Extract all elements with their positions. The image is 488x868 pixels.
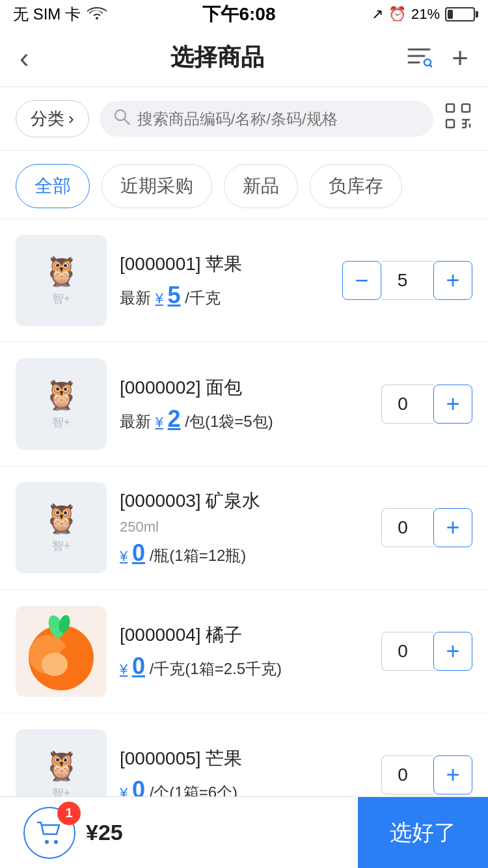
product-title: 橘子 — [206, 625, 242, 645]
increase-button[interactable]: + — [433, 508, 472, 547]
increase-button[interactable]: + — [433, 632, 472, 671]
add-button[interactable]: + — [452, 44, 468, 72]
page-title: 选择商品 — [170, 42, 264, 74]
product-info: [0000003] 矿泉水 250ml ¥ 0 /瓶(1箱=12瓶) — [120, 489, 368, 567]
price-currency-icon: ¥ — [120, 548, 128, 564]
cart-icon — [36, 821, 62, 845]
product-title: 面包 — [206, 377, 242, 398]
product-code: [0000002] — [120, 377, 201, 398]
list-item: 🦉 智+ [0000001] 苹果 最新 ¥ 5 /千克 − + — [0, 219, 488, 342]
price-currency-icon: ¥ — [156, 290, 163, 306]
owl-logo-icon: 🦉 — [44, 254, 79, 288]
price-currency-icon: ¥ — [120, 661, 128, 677]
tab-new[interactable]: 新品 — [224, 164, 298, 208]
product-name: [0000002] 面包 — [120, 375, 368, 400]
svg-rect-9 — [446, 120, 454, 128]
search-icon — [113, 107, 131, 130]
bottom-bar: 1 ¥25 选好了 — [0, 796, 488, 868]
svg-rect-7 — [446, 104, 454, 112]
back-button[interactable]: ‹ — [20, 42, 29, 74]
list-item: [0000004] 橘子 ¥ 0 /千克(1箱=2.5千克) + — [0, 590, 488, 712]
tab-all[interactable]: 全部 — [16, 164, 90, 208]
list-item: 🦉 智+ [0000002] 面包 最新 ¥ 2 /包(1袋=5包) + — [0, 343, 488, 465]
list-item: 🦉 智+ [0000003] 矿泉水 250ml ¥ 0 /瓶(1箱=12瓶) … — [0, 467, 488, 589]
product-price: ¥ 0 /千克(1箱=2.5千克) — [120, 653, 368, 680]
price-label: 最新 — [120, 289, 151, 306]
owl-label: 智+ — [52, 538, 71, 554]
product-name: [0000001] 苹果 — [120, 252, 329, 277]
filter-icon-button[interactable] — [406, 44, 432, 72]
quantity-control: + — [381, 755, 472, 794]
quantity-input[interactable] — [381, 632, 433, 671]
product-price: ¥ 0 /瓶(1箱=12瓶) — [120, 539, 368, 567]
search-input[interactable] — [137, 110, 420, 128]
owl-logo-icon: 🦉 — [44, 378, 79, 412]
quantity-input[interactable] — [381, 261, 433, 300]
quantity-input[interactable] — [381, 508, 433, 547]
battery-icon — [445, 7, 475, 21]
thumbnail-placeholder: 🦉 智+ — [16, 359, 107, 450]
product-name: [0000004] 橘子 — [120, 623, 368, 647]
status-right: ↗ ⏰ 21% — [372, 6, 475, 23]
orange-fruit-image — [16, 606, 107, 697]
carrier-text: 无 SIM 卡 — [13, 4, 81, 25]
nav-icons: + — [406, 44, 468, 72]
product-thumbnail: 🦉 智+ — [16, 235, 107, 326]
product-title: 芒果 — [206, 748, 242, 768]
svg-point-21 — [45, 840, 49, 844]
category-label: 分类 — [31, 107, 64, 130]
product-title: 矿泉水 — [206, 491, 260, 511]
product-info: [0000001] 苹果 最新 ¥ 5 /千克 — [120, 252, 329, 309]
confirm-button[interactable]: 选好了 — [358, 797, 488, 869]
price-unit: /千克 — [185, 289, 221, 306]
svg-point-5 — [115, 110, 126, 120]
alarm-icon: ⏰ — [388, 6, 406, 23]
product-title: 苹果 — [206, 254, 242, 274]
tab-negative[interactable]: 负库存 — [310, 164, 402, 208]
owl-logo-icon: 🦉 — [44, 749, 79, 783]
quantity-input[interactable] — [381, 755, 433, 794]
cart-icon-button[interactable]: 1 — [23, 807, 75, 859]
owl-label: 智+ — [52, 414, 71, 430]
product-thumbnail: 🦉 智+ — [16, 482, 107, 573]
product-code: [0000001] — [120, 254, 201, 274]
owl-logo-icon: 🦉 — [44, 502, 79, 536]
svg-rect-8 — [462, 104, 470, 112]
product-list: 🦉 智+ [0000001] 苹果 最新 ¥ 5 /千克 − + � — [0, 219, 488, 868]
scan-button[interactable] — [444, 102, 472, 136]
status-left: 无 SIM 卡 — [13, 4, 107, 25]
search-wrap — [100, 101, 433, 137]
price-unit: /瓶(1箱=12瓶) — [150, 547, 247, 564]
increase-button[interactable]: + — [433, 261, 472, 300]
product-name: [0000005] 芒果 — [120, 746, 368, 771]
category-chevron-icon: › — [68, 109, 74, 129]
category-button[interactable]: 分类 › — [16, 100, 89, 137]
product-thumbnail: 🦉 智+ — [16, 359, 107, 450]
quantity-control: + — [381, 385, 472, 424]
quantity-input[interactable] — [381, 385, 433, 424]
price-unit: /千克(1箱=2.5千克) — [150, 660, 282, 677]
product-code: [0000003] — [120, 491, 201, 511]
cart-total: ¥25 — [86, 820, 123, 845]
wifi-icon — [87, 5, 107, 23]
svg-line-6 — [124, 120, 129, 125]
tab-recent[interactable]: 近期采购 — [102, 164, 212, 208]
product-info: [0000004] 橘子 ¥ 0 /千克(1箱=2.5千克) — [120, 623, 368, 680]
svg-point-18 — [42, 653, 68, 676]
price-unit: /包(1袋=5包) — [185, 413, 273, 430]
product-code: [0000004] — [120, 625, 201, 645]
cart-badge: 1 — [57, 802, 81, 825]
increase-button[interactable]: + — [433, 755, 472, 794]
svg-line-4 — [430, 64, 433, 67]
tab-bar: 全部 近期采购 新品 负库存 — [0, 151, 488, 219]
increase-button[interactable]: + — [433, 385, 472, 424]
quantity-control: + — [381, 508, 472, 547]
product-info: [0000005] 芒果 ¥ 0 /个(1箱=6个) — [120, 746, 368, 804]
price-label: 最新 — [120, 413, 151, 430]
price-currency-icon: ¥ — [156, 414, 163, 430]
price-value: 0 — [132, 653, 145, 679]
quantity-control: + — [381, 632, 472, 671]
cart-section: 1 ¥25 — [0, 807, 358, 859]
decrease-button[interactable]: − — [342, 261, 381, 300]
owl-label: 智+ — [52, 291, 71, 306]
